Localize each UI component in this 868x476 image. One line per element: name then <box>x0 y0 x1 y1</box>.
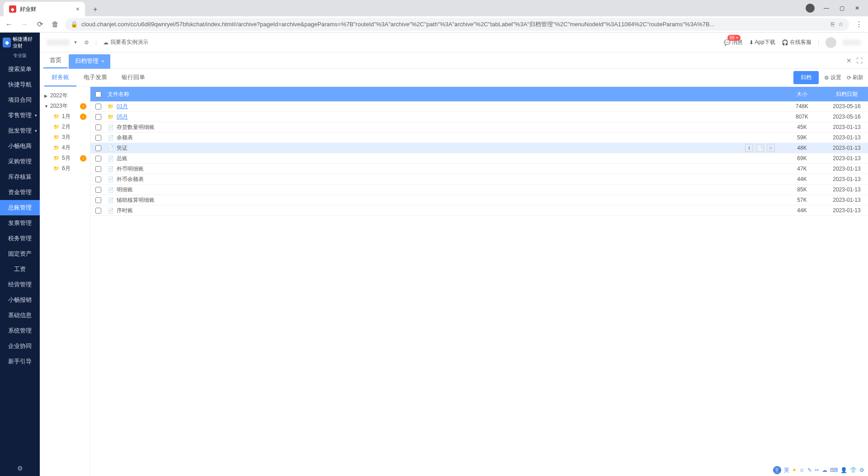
reload-icon[interactable]: ⟳ <box>34 18 45 30</box>
tab-bank[interactable]: 银行回单 <box>114 69 152 86</box>
row-checkbox[interactable] <box>95 135 101 141</box>
sidebar-item[interactable]: 零售管理▾ <box>0 108 40 123</box>
refresh-link[interactable]: ⟳刷新 <box>847 74 863 81</box>
table-row[interactable]: 📁05月 807K 2023-05-16 <box>90 112 868 122</box>
service-button[interactable]: 🎧 在线客服 <box>782 38 811 46</box>
sidebar-settings[interactable]: ⚙ <box>0 461 40 476</box>
demo-link[interactable]: ☁ 我要看实例演示 <box>103 38 148 46</box>
folder-link[interactable]: 01月 <box>117 103 128 110</box>
ime-icon[interactable]: 👕 <box>850 467 857 473</box>
table-row[interactable]: 📄外币余额表 44K 2023-01-13 <box>90 174 868 185</box>
settings-link[interactable]: ⚙设置 <box>824 74 841 81</box>
ime-icon[interactable]: ☁ <box>822 467 827 473</box>
tree-year-2022[interactable]: ▶ 2022年 <box>42 90 88 101</box>
messages-button[interactable]: 99 + 💬 消息 <box>724 38 743 46</box>
row-checkbox[interactable] <box>95 124 101 130</box>
tree-month[interactable]: 📁1月! <box>42 111 88 122</box>
ime-icon[interactable]: ✎ <box>807 467 812 473</box>
row-checkbox[interactable] <box>95 166 101 172</box>
action-icon[interactable]: 📄 <box>756 144 764 152</box>
avatar[interactable] <box>826 37 836 48</box>
sidebar-item[interactable]: 小畅报销 <box>0 292 40 308</box>
menu-icon[interactable]: ⋮ <box>854 18 864 30</box>
star-icon[interactable]: ☆ <box>838 21 844 28</box>
ime-icon[interactable]: ✦ <box>792 467 797 473</box>
sidebar-item[interactable]: 工资 <box>0 262 40 277</box>
ime-icon[interactable]: ⚙ <box>859 467 864 473</box>
delete-icon[interactable]: 🗑 <box>50 19 61 30</box>
close-window-icon[interactable]: ✕ <box>850 2 864 14</box>
sidebar-item[interactable]: 企业协同 <box>0 338 40 354</box>
tree-month[interactable]: 📁6月 <box>42 163 88 174</box>
sidebar-item[interactable]: 新手引导 <box>0 354 40 369</box>
close-icon[interactable]: × <box>101 58 104 64</box>
sidebar-item[interactable]: 税务管理 <box>0 231 40 246</box>
sidebar-item[interactable]: 项目合同 <box>0 92 40 108</box>
archive-button[interactable]: 归档 <box>793 71 819 84</box>
ime-lang[interactable]: 英 <box>784 466 789 474</box>
browser-tab[interactable]: ◆ 好业财 × <box>4 2 85 16</box>
sidebar-item[interactable]: 固定资产 <box>0 246 40 262</box>
table-row[interactable]: 📄凭证⬇📄⎘ 48K 2023-01-13 <box>90 143 868 153</box>
tree-month[interactable]: 📁4月 <box>42 143 88 153</box>
col-date[interactable]: 归档日期 <box>826 90 868 98</box>
ime-icon[interactable]: 👤 <box>840 467 847 473</box>
table-row[interactable]: 📄明细账 85K 2023-01-13 <box>90 185 868 195</box>
tree-year-2023[interactable]: ▼ 2023年 ! <box>42 101 88 111</box>
minimize-icon[interactable]: — <box>819 2 834 14</box>
sidebar-item[interactable]: 搜索菜单 <box>0 62 40 77</box>
sidebar-item[interactable]: 基础信息 <box>0 308 40 323</box>
org-selector[interactable]: ▼ <box>47 39 78 46</box>
table-row[interactable]: 📄辅助核算明细账 57K 2023-01-13 <box>90 195 868 205</box>
tab-archive[interactable]: 归档管理 × <box>69 54 110 69</box>
table-row[interactable]: 📄余额表 59K 2023-01-13 <box>90 133 868 143</box>
sidebar-item[interactable]: 小畅电商 <box>0 138 40 154</box>
row-checkbox[interactable] <box>95 145 101 151</box>
sidebar-item[interactable]: 经营管理 <box>0 277 40 292</box>
fullscreen-icon[interactable]: ⛶ <box>856 57 863 64</box>
ime-icon[interactable]: ✂ <box>815 467 819 473</box>
back-icon[interactable]: ← <box>4 19 14 30</box>
action-icon[interactable]: ⎘ <box>767 144 775 152</box>
row-checkbox[interactable] <box>95 156 101 162</box>
install-app-icon[interactable]: ⎘ <box>831 21 835 28</box>
new-tab-button[interactable]: + <box>89 3 102 16</box>
tab-einvoice[interactable]: 电子发票 <box>76 69 114 86</box>
ime-icon[interactable]: ☺ <box>799 467 805 473</box>
row-checkbox[interactable] <box>95 104 101 109</box>
table-row[interactable]: 📄外币明细账 47K 2023-01-13 <box>90 164 868 174</box>
tree-month[interactable]: 📁2月 <box>42 122 88 132</box>
table-row[interactable]: 📄存货数量明细账 45K 2023-01-13 <box>90 122 868 133</box>
forward-icon[interactable]: → <box>19 19 30 30</box>
sidebar-item[interactable]: 总账管理 <box>0 200 40 215</box>
url-input[interactable]: 🔒 cloud.chanjet.com/cc/u6d89qwnryel/57bf… <box>65 18 849 31</box>
app-logo[interactable]: ◆ 畅捷通好业财 <box>0 33 40 52</box>
sidebar-item[interactable]: 采购管理 <box>0 154 40 169</box>
check-all[interactable] <box>95 91 101 97</box>
close-all-icon[interactable]: ✕ <box>846 57 852 64</box>
action-icon[interactable]: ⬇ <box>745 144 753 152</box>
tree-month[interactable]: 📁5月! <box>42 153 88 163</box>
row-checkbox[interactable] <box>95 208 101 214</box>
sidebar-item[interactable]: 发票管理 <box>0 215 40 231</box>
table-row[interactable]: 📄序时账 44K 2023-01-13 <box>90 205 868 216</box>
col-filename[interactable]: 文件名称 <box>106 90 778 98</box>
tab-home[interactable]: 首页 <box>43 52 68 68</box>
tab-finance[interactable]: 财务账 <box>44 69 76 86</box>
table-row[interactable]: 📁01月 748K 2023-05-16 <box>90 101 868 112</box>
row-checkbox[interactable] <box>95 197 101 203</box>
sidebar-item[interactable]: 系统管理 <box>0 323 40 338</box>
row-checkbox[interactable] <box>95 176 101 182</box>
download-button[interactable]: ⬇ App下载 <box>749 38 775 46</box>
ime-logo-icon[interactable]: 王 <box>773 466 781 474</box>
sidebar-item[interactable]: 库存核算 <box>0 169 40 185</box>
row-checkbox[interactable] <box>95 114 101 120</box>
sidebar-item[interactable]: 资金管理 <box>0 185 40 200</box>
maximize-icon[interactable]: ▢ <box>835 2 849 14</box>
account-icon[interactable] <box>806 4 815 13</box>
row-checkbox[interactable] <box>95 187 101 193</box>
gear-icon[interactable]: ⚙ <box>84 39 89 46</box>
sidebar-item[interactable]: 批发管理▾ <box>0 123 40 138</box>
col-size[interactable]: 大小 <box>778 90 826 98</box>
folder-link[interactable]: 05月 <box>117 113 128 121</box>
